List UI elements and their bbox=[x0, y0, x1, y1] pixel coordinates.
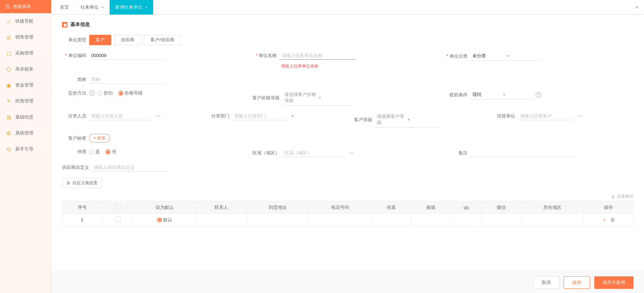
pricing-radio-level-label: 价格等级 bbox=[125, 90, 143, 96]
sidebar-item-operation[interactable]: ≡ 经营管理 bbox=[0, 93, 51, 109]
pricing-radio-discount[interactable]: 折扣 bbox=[97, 90, 113, 96]
unit-type-label: 单位类型 bbox=[62, 37, 86, 43]
customer-tag-field: 客户标签 + 标签 bbox=[62, 134, 634, 143]
save-new-button[interactable]: 保存并新增 bbox=[594, 276, 634, 289]
region-more-icon[interactable]: ··· bbox=[348, 150, 355, 156]
remark-field: 备注 bbox=[443, 149, 634, 157]
basic-icon: ⊞ bbox=[6, 114, 12, 120]
payment-terms-label: 收款条件 bbox=[443, 92, 468, 98]
disabled-radio-yes[interactable]: 是 bbox=[89, 149, 100, 155]
col-fax: 传真 bbox=[371, 201, 411, 214]
sidebar-item-newbie[interactable]: ⊙ 新手引导 bbox=[0, 141, 51, 157]
delete-row-icon[interactable]: 🗑 bbox=[610, 217, 615, 222]
disabled-radio-no[interactable]: 否 bbox=[105, 149, 116, 155]
col-contact: 联系人 bbox=[196, 201, 247, 214]
sidebar-item-label: 库存核算 bbox=[15, 66, 33, 72]
tab-home[interactable]: 首页 bbox=[54, 0, 75, 15]
sidebar-item-finance[interactable]: ◉ 资金管理 bbox=[0, 77, 51, 93]
gear-icon: ⚙ bbox=[66, 181, 70, 186]
add-row-icon[interactable]: ＋ bbox=[602, 217, 607, 222]
tab-partners-close[interactable]: × bbox=[101, 5, 104, 10]
cancel-button[interactable]: 取消 bbox=[533, 276, 559, 289]
manager-more-icon[interactable]: ··· bbox=[155, 113, 162, 119]
col-region: 所在地区 bbox=[521, 201, 584, 214]
manager-row: 分管人员 ··· 分管部门 ▼ 客户等级 请选择客户等级 ▼ 结算单位 ··· bbox=[62, 112, 634, 128]
disabled-no-label: 否 bbox=[112, 149, 116, 155]
add-tag-button[interactable]: + 标签 bbox=[89, 134, 110, 143]
remark-input[interactable] bbox=[470, 149, 575, 157]
settlement-unit-field: 结算单位 ··· bbox=[491, 112, 634, 120]
payment-help-icon[interactable]: ? bbox=[536, 92, 541, 98]
settlement-unit-input[interactable] bbox=[518, 112, 574, 120]
short-name-row: 简称 bbox=[62, 75, 634, 84]
sidebar-item-inventory[interactable]: ⬡ 库存核算 bbox=[0, 61, 51, 77]
radio-circle-yes bbox=[89, 149, 94, 154]
sidebar-item-system[interactable]: ⚙ 系统管理 bbox=[0, 125, 51, 141]
disabled-radio-group: 是 否 bbox=[89, 149, 116, 155]
manager-input[interactable] bbox=[89, 112, 152, 120]
row-fax bbox=[371, 214, 411, 226]
tab-new-partner-close[interactable]: × bbox=[145, 5, 148, 10]
unit-name-input[interactable] bbox=[280, 51, 356, 60]
save-button[interactable]: 保存 bbox=[564, 276, 590, 289]
main-content: 首页 往来单位 × 新增往来单位 × × ▣ 基本信息 单位类型 客户 供应商 … bbox=[52, 0, 644, 293]
row-default-radio[interactable]: 默认 bbox=[137, 217, 192, 223]
type-btn-customer[interactable]: 客户 bbox=[89, 35, 111, 45]
row-default-label: 默认 bbox=[163, 217, 172, 223]
close-all-tabs[interactable]: × bbox=[633, 3, 641, 12]
batch-delete-button[interactable]: 🗑 批量删除 bbox=[611, 194, 634, 200]
payment-terms-select[interactable]: 现结 ▼ bbox=[470, 90, 533, 99]
unit-code-row: 单位编码 单位名称 请输入往来单位名称 单位分类 未分类 ▼ bbox=[62, 51, 634, 69]
radio-circle-discount bbox=[97, 91, 102, 96]
custom-settings-button[interactable]: ⚙ 自定义项设置 bbox=[62, 178, 102, 188]
col-action: 操作 bbox=[583, 201, 633, 214]
type-btn-both[interactable]: 客户/供应商 bbox=[144, 35, 181, 45]
radio-circle-level bbox=[118, 91, 123, 96]
sidebar-item-quick-nav[interactable]: ⌂ 快捷导航 bbox=[0, 13, 51, 29]
row-contact bbox=[196, 214, 247, 226]
system-icon: ⚙ bbox=[6, 130, 12, 136]
department-label: 分管部门 bbox=[205, 113, 229, 119]
disabled-field: 停用 是 否 bbox=[62, 149, 252, 155]
sidebar-item-purchase[interactable]: ◻ 采购管理 bbox=[0, 45, 51, 61]
chevron-down-icon2: ▼ bbox=[318, 96, 350, 100]
select-all-checkbox[interactable] bbox=[115, 204, 121, 210]
customer-tag-row: 客户标签 + 标签 bbox=[62, 134, 634, 143]
row-qq bbox=[451, 214, 481, 226]
radio-circle-default bbox=[157, 218, 162, 222]
row-checkbox-input[interactable] bbox=[115, 217, 121, 222]
pricing-radio-level[interactable]: 价格等级 bbox=[118, 90, 143, 96]
short-name-label: 简称 bbox=[62, 76, 86, 83]
sidebar-item-sales[interactable]: ◎ 销售管理 bbox=[0, 29, 51, 45]
unit-name-field: 单位名称 请输入往来单位名称 bbox=[252, 51, 443, 69]
chevron-down-icon5: ▼ bbox=[407, 117, 435, 122]
tab-partners[interactable]: 往来单位 × bbox=[75, 0, 110, 15]
table-header-row: 🗑 批量删除 bbox=[62, 194, 634, 200]
customer-price-level-placeholder: 请选择客户价格等级 bbox=[284, 91, 316, 104]
pricing-help-icon[interactable]: ? bbox=[89, 90, 95, 96]
unit-type-field: 单位类型 客户 供应商 客户/供应商 bbox=[62, 35, 634, 45]
settlement-unit-label: 结算单位 bbox=[491, 113, 515, 119]
customer-level-field: 客户等级 请选择客户等级 ▼ bbox=[348, 112, 491, 128]
short-name-input[interactable] bbox=[89, 75, 166, 84]
customer-price-level-label: 客户价格等级 bbox=[252, 95, 280, 101]
unit-code-input[interactable] bbox=[89, 51, 166, 60]
tab-new-partner-label: 新增往来单位 bbox=[115, 4, 142, 10]
type-btn-supplier[interactable]: 供应商 bbox=[114, 35, 141, 45]
department-input[interactable] bbox=[232, 112, 288, 120]
tab-partners-label: 往来单位 bbox=[80, 4, 99, 10]
supplier-custom-input[interactable] bbox=[92, 163, 168, 172]
sidebar-item-basic[interactable]: ⊞ 基础信息 bbox=[0, 109, 51, 125]
customer-price-level-select[interactable]: 请选择客户价格等级 ▼ bbox=[282, 90, 352, 106]
region-input[interactable] bbox=[282, 149, 345, 157]
pricing-radio-discount-label: 折扣 bbox=[104, 90, 113, 96]
tab-new-partner[interactable]: 新增往来单位 × bbox=[110, 0, 154, 15]
supplier-custom-row: 供应商自定义 bbox=[62, 163, 634, 172]
row-address bbox=[247, 214, 309, 226]
settlement-more-icon[interactable]: ··· bbox=[576, 113, 584, 119]
radio-circle-no bbox=[105, 149, 110, 154]
purchase-icon: ◻ bbox=[6, 50, 12, 56]
search-menu[interactable]: ☰ 搜索菜单 bbox=[0, 0, 51, 13]
unit-category-select[interactable]: 未分类 ▼ bbox=[470, 51, 540, 61]
customer-level-select[interactable]: 请选择客户等级 ▼ bbox=[375, 112, 438, 128]
